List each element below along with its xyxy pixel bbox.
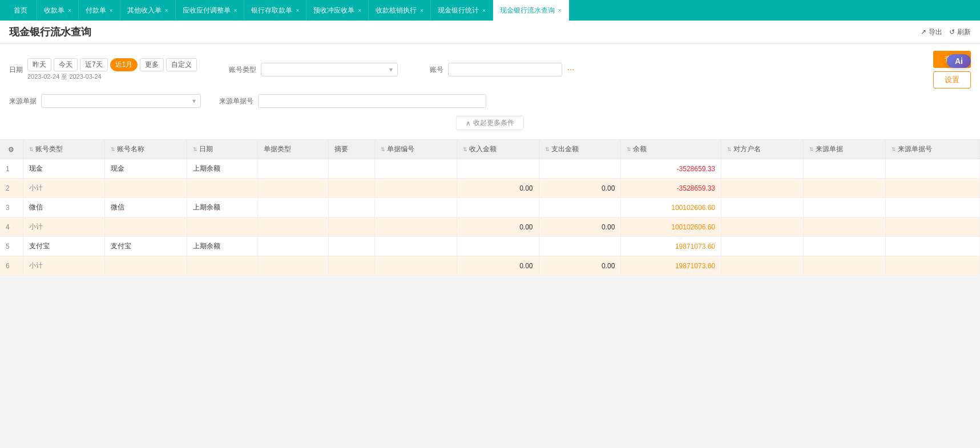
close-icon[interactable]: ×: [296, 7, 299, 14]
date-btn-custom[interactable]: 自定义: [166, 58, 197, 71]
close-icon[interactable]: ×: [558, 7, 562, 14]
col-counterpart[interactable]: ⇅对方户名: [721, 140, 804, 159]
collapse-row: ∧ 收起更多条件: [9, 114, 971, 132]
header-row: ⚙ ⇅账号类型 ⇅账号名称 ⇅日期 单据类型 摘要 ⇅单据编号 ⇅收入金额 ⇅支…: [0, 140, 980, 159]
account-type-select[interactable]: ▾: [261, 63, 398, 76]
cell-date: 上期余额: [187, 159, 258, 179]
col-income[interactable]: ⇅收入金额: [457, 140, 539, 159]
nav-tab-collection-exec[interactable]: 收款核销执行 ×: [369, 0, 431, 21]
col-account-type[interactable]: ⇅账号类型: [23, 140, 105, 159]
cell-account-name: [105, 217, 187, 237]
table-header: ⚙ ⇅账号类型 ⇅账号名称 ⇅日期 单据类型 摘要 ⇅单据编号 ⇅收入金额 ⇅支…: [0, 140, 980, 159]
refresh-button[interactable]: ↺ 刷新: [949, 27, 971, 37]
date-btn-1month[interactable]: 近1月: [110, 58, 138, 71]
col-summary[interactable]: 摘要: [329, 140, 375, 159]
date-range: 2023-02-24 至 2023-03-24: [27, 72, 197, 81]
cell-source-doc-no: [885, 179, 979, 198]
cell-doc-type: [258, 237, 329, 256]
cell-summary: [329, 198, 375, 217]
nav-tab-payments[interactable]: 付款单 ×: [79, 0, 120, 21]
cell-account-type: 小计: [23, 217, 105, 237]
account-more-btn[interactable]: ···: [564, 64, 576, 75]
close-icon[interactable]: ×: [482, 7, 486, 14]
nav-tab-ap-adjust[interactable]: 应收应付调整单 ×: [176, 0, 245, 21]
cell-account-name: [105, 179, 187, 198]
nav-tab-collection-exec-label: 收款核销执行: [376, 6, 417, 15]
date-label: 日期: [9, 65, 23, 75]
filter-row-1: 日期 昨天 今天 近7天 近1月 更多 自定义 2023-02-24 至 202…: [9, 51, 971, 88]
cell-source-doc-no: [885, 237, 979, 256]
table-container: ⚙ ⇅账号类型 ⇅账号名称 ⇅日期 单据类型 摘要 ⇅单据编号 ⇅收入金额 ⇅支…: [0, 140, 980, 276]
col-source-doc-no[interactable]: ⇅来源单据号: [885, 140, 979, 159]
nav-home[interactable]: 首页: [5, 0, 37, 21]
nav-tab-prepay-offset[interactable]: 预收冲应收单 ×: [306, 0, 369, 21]
cell-expense: 0.00: [539, 256, 621, 276]
table-row: 3 微信 微信 上期余额 100102606.60: [0, 198, 980, 217]
collapse-button[interactable]: ∧ 收起更多条件: [456, 116, 524, 130]
source-doc-select[interactable]: ▾: [41, 94, 201, 108]
source-doc-no-input[interactable]: [258, 94, 486, 108]
nav-tab-bank-flow-label: 现金银行流水查询: [500, 6, 555, 15]
table-row: 2 小计 0.00 0.00 -3528659.33: [0, 179, 980, 198]
close-icon[interactable]: ×: [165, 7, 168, 14]
cell-source-doc: [803, 179, 885, 198]
cell-row-num: 4: [0, 217, 23, 237]
cell-income: [457, 237, 539, 256]
date-col: 昨天 今天 近7天 近1月 更多 自定义 2023-02-24 至 2023-0…: [27, 58, 197, 81]
nav-tab-receipts[interactable]: 收款单 ×: [37, 0, 79, 21]
col-date[interactable]: ⇅日期: [187, 140, 258, 159]
col-expense[interactable]: ⇅支出金额: [539, 140, 621, 159]
collapse-label: 收起更多条件: [473, 118, 514, 128]
cell-doc-type: [258, 179, 329, 198]
nav-tab-bank-stats[interactable]: 现金银行统计 ×: [431, 0, 493, 21]
col-account-name[interactable]: ⇅账号名称: [105, 140, 187, 159]
filter-row-2: 来源单据 ▾ 来源单据号: [9, 94, 971, 108]
cell-expense: [539, 159, 621, 179]
cell-date: [187, 256, 258, 276]
close-icon[interactable]: ×: [420, 7, 424, 14]
cell-row-num: 3: [0, 198, 23, 217]
cell-expense: [539, 237, 621, 256]
date-btn-7days[interactable]: 近7天: [80, 58, 108, 71]
col-gear[interactable]: ⚙: [0, 140, 23, 159]
nav-tab-other-income[interactable]: 其他收入单 ×: [120, 0, 176, 21]
date-btn-yesterday[interactable]: 昨天: [27, 58, 51, 71]
cell-summary: [329, 179, 375, 198]
col-balance[interactable]: ⇅余额: [621, 140, 721, 159]
table-row: 6 小计 0.00 0.00 19871073.60: [0, 256, 980, 276]
cell-summary: [329, 256, 375, 276]
ai-badge[interactable]: Ai: [947, 54, 971, 68]
export-button[interactable]: ↗ 导出: [921, 27, 942, 37]
col-doc-type[interactable]: 单据类型: [258, 140, 329, 159]
cell-row-num: 5: [0, 237, 23, 256]
cell-doc-no: [374, 217, 457, 237]
cell-source-doc-no: [885, 198, 979, 217]
account-label: 账号: [430, 65, 443, 75]
close-icon[interactable]: ×: [234, 7, 237, 14]
source-doc-filter-group: 来源单据 ▾: [9, 94, 201, 108]
close-icon[interactable]: ×: [358, 7, 361, 14]
cell-source-doc-no: [885, 159, 979, 179]
close-icon[interactable]: ×: [68, 7, 71, 14]
nav-tab-bank-deposit[interactable]: 银行存取款单 ×: [244, 0, 306, 21]
refresh-label: 刷新: [957, 27, 971, 37]
cell-account-type: 小计: [23, 179, 105, 198]
table-row: 4 小计 0.00 0.00 100102606.60: [0, 217, 980, 237]
account-input[interactable]: [448, 63, 562, 76]
cell-doc-type: [258, 217, 329, 237]
settings-button[interactable]: 设置: [933, 71, 971, 88]
cell-source-doc: [803, 159, 885, 179]
export-label: 导出: [929, 27, 942, 37]
cell-source-doc: [803, 198, 885, 217]
cell-counterpart: [721, 198, 804, 217]
date-btn-today[interactable]: 今天: [54, 58, 78, 71]
cell-account-name: [105, 256, 187, 276]
col-doc-no[interactable]: ⇅单据编号: [374, 140, 457, 159]
close-icon[interactable]: ×: [110, 7, 113, 14]
cell-date: 上期余额: [187, 198, 258, 217]
cell-counterpart: [721, 217, 804, 237]
date-btn-more[interactable]: 更多: [140, 58, 164, 71]
nav-tab-bank-flow[interactable]: 现金银行流水查询 ×: [493, 0, 569, 21]
cell-income: [457, 198, 539, 217]
col-source-doc[interactable]: ⇅来源单据: [803, 140, 885, 159]
